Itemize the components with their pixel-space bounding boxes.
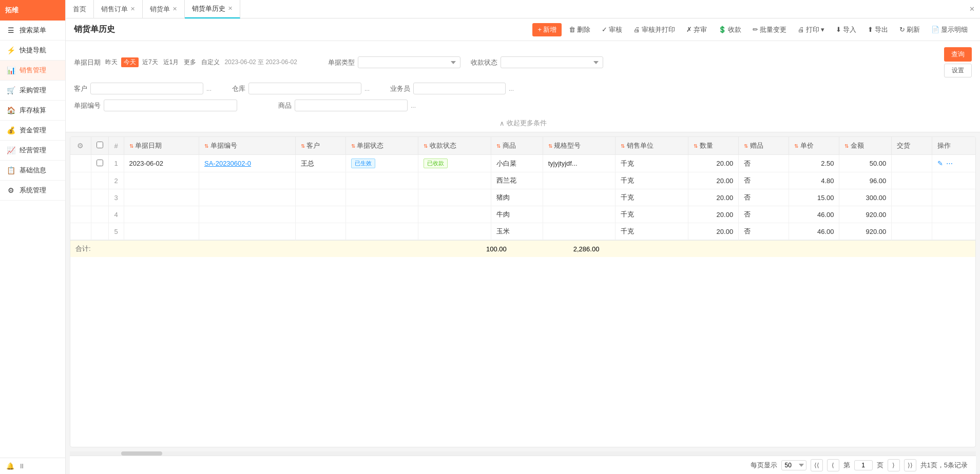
audit-print-button[interactable]: 🖨 审核并打印 [629,23,679,36]
customer-lookup-icon[interactable]: ... [206,85,212,92]
date-btn-1month[interactable]: 近1月 [162,57,181,67]
date-btn-today[interactable]: 今天 [121,57,139,67]
row-checkbox[interactable] [91,172,108,189]
prev-page-button[interactable]: ⟨ [827,459,839,471]
collapse-button[interactable]: ∧ 收起更多条件 [74,116,972,128]
date-btn-yesterday[interactable]: 昨天 [104,57,119,67]
print-button[interactable]: 🖨 打印 ▾ [794,23,829,36]
sidebar-item-inventory[interactable]: 🏠 库存核算 [0,101,65,121]
row-order-no[interactable]: SA-20230602-0 [199,155,296,172]
row-customer [295,189,345,206]
col-date[interactable]: ⇅ 单据日期 [124,137,199,155]
row-checkbox[interactable] [91,206,108,223]
sort-icon: ⇅ [129,143,133,149]
salesperson-lookup-icon[interactable]: ... [509,85,514,92]
col-amount[interactable]: ⇅ 金额 [839,137,892,155]
col-payment-status[interactable]: ⇅ 收款状态 [418,137,491,155]
page-number-input[interactable] [854,460,873,470]
page-size-select[interactable]: 20 50 100 [781,460,806,470]
last-page-button[interactable]: ⟩⟩ [904,459,916,471]
refresh-button[interactable]: ↻ 刷新 [895,23,924,36]
tab-bar-close[interactable]: ✕ [964,5,980,13]
date-btn-custom[interactable]: 自定义 [200,57,221,67]
col-gift[interactable]: ⇅ 赠品 [739,137,789,155]
abandon-button[interactable]: ✗ 弃审 [682,23,711,36]
collapse-icon[interactable]: ⏸ [18,462,25,470]
customer-input[interactable] [90,83,203,94]
tab-close-sales-history[interactable]: ✕ [228,5,233,12]
tab-close-sales-order[interactable]: ✕ [130,6,135,12]
row-action: ✎⋯ [932,155,975,172]
next-page-button[interactable]: ⟩ [888,459,900,471]
col-order-status[interactable]: ⇅ 单据状态 [345,137,418,155]
horizontal-scrollbar[interactable] [70,451,976,456]
query-button[interactable]: 查询 [944,47,972,62]
col-goods[interactable]: ⇅ 商品 [491,137,543,155]
sidebar-item-operation[interactable]: 📈 经营管理 [0,141,65,161]
notification-icon[interactable]: 🔔 [6,462,14,470]
payment-status-select[interactable] [501,56,603,68]
goods-lookup-icon[interactable]: ... [411,102,416,109]
audit-button[interactable]: ✓ 审核 [598,23,626,36]
warehouse-input[interactable] [248,83,361,94]
gear-icon[interactable]: ⚙ [77,142,84,150]
refresh-icon: ↻ [899,26,905,33]
more-action[interactable]: ⋯ [946,160,953,167]
row-payment-status: 已收款 [418,155,491,172]
row-order-no[interactable] [199,206,296,223]
batch-change-button[interactable]: ✏ 批量变更 [748,23,791,36]
scrollbar-thumb[interactable] [121,451,162,456]
row-checkbox[interactable] [91,155,108,172]
sidebar-item-quicknav[interactable]: ⚡ 快捷导航 [0,41,65,61]
sidebar-item-basic[interactable]: 📋 基础信息 [0,161,65,181]
col-qty[interactable]: ⇅ 数量 [688,137,739,155]
collect-button[interactable]: 💲 收款 [714,23,745,36]
basic-icon: 📋 [6,166,15,174]
row-order-no[interactable] [199,189,296,206]
tab-sales-goods[interactable]: 销货单 ✕ [143,0,185,18]
row-number: 1 [108,155,124,172]
col-order-no[interactable]: ⇅ 单据编号 [199,137,296,155]
row-order-no[interactable] [199,223,296,240]
tab-sales-order[interactable]: 销售订单 ✕ [94,0,143,18]
page-header: 销货单历史 + 新增 🗑 删除 ✓ 审核 🖨 审核并打印 [66,18,980,41]
tab-home[interactable]: 首页 [66,0,94,18]
filter-area: 单据日期 昨天 今天 近7天 近1月 更多 自定义 2023-06-02 至 2… [66,41,980,132]
first-page-button[interactable]: ⟨⟨ [811,459,823,471]
show-detail-button[interactable]: 📄 显示明细 [927,23,972,36]
sort-icon: ⇅ [496,143,501,149]
date-btn-more[interactable]: 更多 [182,57,198,67]
date-quick-buttons: 昨天 今天 近7天 近1月 更多 自定义 [104,57,221,67]
order-no-input[interactable] [104,100,237,111]
import-button[interactable]: ⬇ 导入 [832,23,860,36]
select-all-checkbox[interactable] [97,142,103,148]
new-button[interactable]: + 新增 [532,23,562,36]
sidebar-item-sales[interactable]: 📊 销售管理 [0,61,65,81]
salesperson-input[interactable] [413,83,506,94]
edit-action[interactable]: ✎ [937,160,943,167]
row-order-no[interactable] [199,172,296,189]
delete-button[interactable]: 🗑 删除 [565,23,594,36]
warehouse-lookup-icon[interactable]: ... [364,85,370,92]
sidebar-item-finance[interactable]: 💰 资金管理 [0,121,65,141]
row-checkbox[interactable] [91,189,108,206]
tab-close-sales-goods[interactable]: ✕ [172,6,177,12]
col-gear[interactable]: ⚙ [70,137,91,155]
col-unit[interactable]: ⇅ 销售单位 [616,137,688,155]
sidebar-item-purchase[interactable]: 🛒 采购管理 [0,81,65,101]
sidebar-item-search[interactable]: ☰ 搜索菜单 [0,21,65,41]
col-customer[interactable]: ⇅ 客户 [295,137,345,155]
sidebar-item-system[interactable]: ⚙ 系统管理 [0,181,65,201]
tab-sales-history[interactable]: 销货单历史 ✕ [185,0,240,18]
row-checkbox[interactable] [91,223,108,240]
goods-input[interactable] [295,100,408,111]
date-btn-7days[interactable]: 近7天 [141,57,160,67]
row-transaction [892,172,932,189]
filter-row-1: 单据日期 昨天 今天 近7天 近1月 更多 自定义 2023-06-02 至 2… [74,47,972,77]
export-button[interactable]: ⬆ 导出 [863,23,892,36]
date-label: 单据日期 [74,58,101,67]
col-unit-price[interactable]: ⇅ 单价 [789,137,839,155]
setting-button[interactable]: 设置 [944,64,972,77]
col-spec[interactable]: ⇅ 规格型号 [543,137,616,155]
order-type-select[interactable] [358,56,460,68]
